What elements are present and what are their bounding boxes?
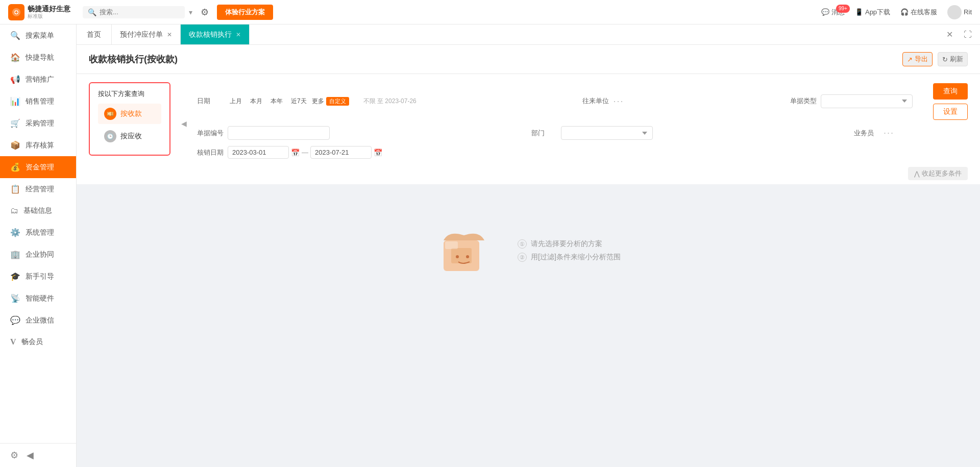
writeoff-end-input[interactable] [310,146,372,159]
marketing-icon: 📢 [10,75,20,84]
system-icon: ⚙️ [10,228,20,237]
refresh-button[interactable]: ↻ 刷新 [938,52,968,66]
writeoff-start-calendar-icon[interactable]: 📅 [291,149,300,157]
filter-option-by-receivable[interactable]: 🕒 按应收 [98,126,161,146]
top-bar-right: 💬 消息 99+ 📱 App下载 🎧 在线客服 Rit [821,5,972,19]
chevron-up-icon: ⋀ [914,170,920,178]
avatar [947,5,962,19]
date-more[interactable]: 更多 [312,97,324,106]
date-7days[interactable]: 近7天 [288,96,310,107]
filter-collapse-toggle[interactable]: ◀ [179,113,189,134]
receipt-option-icon: 💴 [104,108,116,120]
app-logo: 畅捷通好生意 标准版 [8,4,70,20]
tab-maximize-icon[interactable]: ⛶ [961,28,975,42]
trial-button[interactable]: 体验行业方案 [217,5,273,20]
voucher-type-label: 单据类型 [790,96,817,106]
page-title: 收款核销执行(按收款) [89,53,178,72]
export-button[interactable]: ↗ 导出 [902,52,933,66]
refresh-icon: ↻ [942,56,948,63]
wechat-icon: 💬 [10,315,20,325]
dropdown-icon[interactable]: ▾ [189,8,192,16]
sidebar-settings-icon[interactable]: ⚙ [10,450,18,461]
app-download-item[interactable]: 📱 App下载 [855,8,890,17]
filter-row-2: 单据编号 部门 [197,126,968,146]
voucher-type-field: 单据类型 [790,94,913,108]
tab-receipt[interactable]: 收款核销执行 ✕ [181,24,250,44]
smart-hw-icon: 📡 [10,293,20,303]
voucher-type-select[interactable] [821,94,913,108]
sidebar: 🔍 搜索菜单 🏠 快捷导航 📢 营销推广 📊 销售管理 🛒 采购管理 📦 库存核… [0,24,77,467]
dept-field: 部门 [531,126,653,140]
operations-icon: 📋 [10,184,20,194]
filter-block: 按以下方案查询 💴 按收款 🕒 按应收 [77,74,980,184]
online-service-item[interactable]: 🎧 在线客服 [900,8,937,17]
writeoff-date-range: 📅 — 📅 [228,146,382,159]
sidebar-item-quick-nav[interactable]: 🏠 快捷导航 [0,46,76,68]
sidebar-item-operations[interactable]: 📋 经营管理 [0,178,76,200]
sidebar-item-system[interactable]: ⚙️ 系统管理 [0,222,76,243]
writeoff-date-label: 核销日期 [197,148,224,157]
voucher-no-field: 单据编号 [197,126,330,140]
sidebar-collapse-icon[interactable]: ◀ [27,450,34,461]
writeoff-start-input[interactable] [228,146,289,159]
sidebar-item-smart-hw[interactable]: 📡 智能硬件 [0,287,76,309]
logo-text: 畅捷通好生意 标准版 [28,5,70,19]
sidebar-item-purchase[interactable]: 🛒 采购管理 [0,112,76,134]
writeoff-end-calendar-icon[interactable]: 📅 [374,149,382,157]
message-icon: 💬 [821,8,829,16]
filter-settings-button[interactable]: 设置 [933,104,968,120]
sidebar-item-finance[interactable]: 💰 资金管理 [0,156,76,178]
sidebar-item-enterprise[interactable]: 🏢 企业协同 [0,243,76,265]
empty-hint-1: ① 请先选择要分析的方案 [518,239,621,249]
query-button[interactable]: 查询 [933,83,968,100]
svg-point-4 [456,255,459,258]
date-last-month[interactable]: 上月 [227,96,245,107]
tab-prepay-close[interactable]: ✕ [167,32,172,38]
collapse-more-btn[interactable]: ⋀ 收起更多条件 [908,167,968,180]
sales-icon: 📊 [10,96,20,106]
sidebar-item-marketing[interactable]: 📢 营销推广 [0,68,76,90]
voucher-no-input[interactable] [228,126,330,140]
search-input[interactable] [100,8,181,16]
empty-illustration [436,225,487,276]
partner-dots[interactable]: ··· [613,96,624,107]
svg-point-5 [466,255,469,258]
filter-panel-title: 按以下方案查询 [98,89,161,99]
tab-home[interactable]: 首页 [77,24,112,44]
filter-option-by-receipt[interactable]: 💴 按收款 [98,104,161,124]
voucher-no-label: 单据编号 [197,129,224,138]
tab-receipt-close[interactable]: ✕ [236,32,241,38]
search-icon: 🔍 [88,8,96,16]
page-header-actions: ↗ 导出 ↻ 刷新 [902,52,968,73]
tab-close-window-icon[interactable]: ✕ [942,28,957,42]
settings-icon[interactable]: ⚙ [197,4,213,20]
no-limit-text: 不限 至 2023-07-26 [363,97,416,106]
sidebar-item-sales[interactable]: 📊 销售管理 [0,90,76,112]
basic-info-icon: 🗂 [10,206,18,215]
finance-icon: 💰 [10,162,20,172]
sidebar-item-inventory[interactable]: 📦 库存核算 [0,134,76,156]
user-area[interactable]: Rit [947,5,972,19]
message-item[interactable]: 💬 消息 99+ [821,8,845,17]
date-this-month[interactable]: 本月 [247,96,265,107]
date-this-year[interactable]: 本年 [267,96,286,107]
sidebar-item-search-menu[interactable]: 🔍 搜索菜单 [0,24,76,46]
partner-field: 往来单位 ··· [582,96,624,107]
sidebar-item-beginner[interactable]: 🎓 新手引导 [0,265,76,287]
search-bar[interactable]: 🔍 [83,6,185,18]
receivable-option-icon: 🕒 [104,130,116,142]
salesperson-dots[interactable]: ··· [884,128,894,138]
tab-prepay[interactable]: 预付冲应付单 ✕ [112,24,181,44]
filter-fields: 日期 上月 本月 本年 近7天 更多 自定义 [197,82,968,165]
sidebar-item-basic-info[interactable]: 🗂 基础信息 [0,200,76,222]
empty-hint-2: ② 用[过滤]条件来缩小分析范围 [518,253,621,262]
sidebar-item-wechat[interactable]: 💬 企业微信 [0,309,76,331]
sidebar-item-membership[interactable]: V 畅会员 [0,331,76,353]
collapse-bar: ⋀ 收起更多条件 [77,165,980,184]
filter-scheme-panel: 按以下方案查询 💴 按收款 🕒 按应收 [89,82,170,156]
top-bar-left: 畅捷通好生意 标准版 🔍 ▾ ⚙ 体验行业方案 [8,4,821,20]
sidebar-bottom: ⚙ ◀ [0,443,76,467]
salesperson-field: 业务员 ··· [854,128,894,138]
main-layout: 🔍 搜索菜单 🏠 快捷导航 📢 营销推广 📊 销售管理 🛒 采购管理 📦 库存核… [0,24,980,467]
dept-select[interactable] [561,126,653,140]
